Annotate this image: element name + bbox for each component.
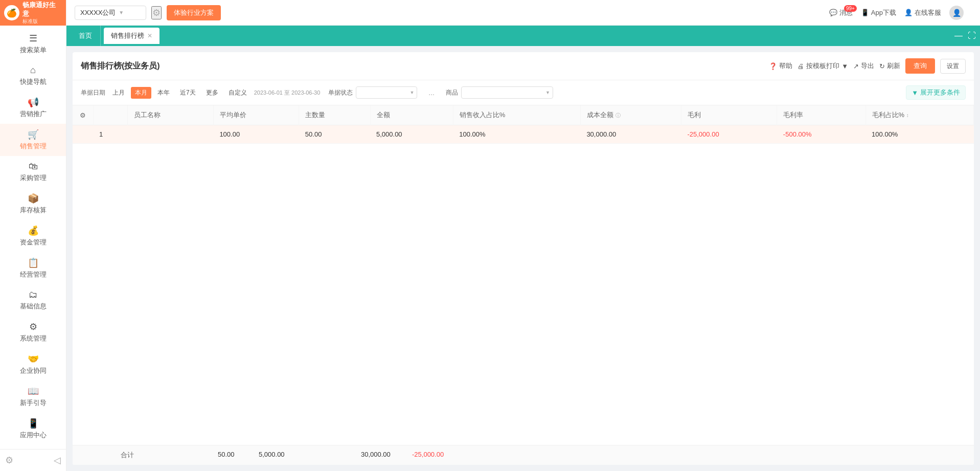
tab-minimize-icon[interactable]: — (954, 31, 963, 40)
cell-amount: 5,000.00 (370, 125, 453, 144)
header-right: 💬 消息 99+ 📱 App下载 👤 在线客服 👤 (829, 6, 972, 20)
sidebar-item-basic-info[interactable]: 🗂 基础信息 (0, 284, 66, 316)
tab-maximize-icon[interactable]: ⛶ (968, 31, 976, 40)
sidebar-item-system-mgmt[interactable]: ⚙ 系统管理 (0, 316, 66, 348)
col-gross-rate: 毛利率 (777, 105, 865, 125)
tab-sales-rank[interactable]: 销售排行榜 ✕ (104, 28, 159, 44)
cell-gross-profit: -25,000.00 (681, 125, 777, 144)
status-select[interactable] (356, 86, 417, 99)
status-select-wrap (356, 86, 417, 99)
sidebar-logo: 🍊 畅康通好生意 标准版 (0, 0, 66, 26)
try-industry-button[interactable]: 体验行业方案 (167, 5, 221, 20)
newbie-guide-icon: 📖 (28, 386, 39, 397)
logo-line1: 畅康通好生意 (22, 1, 62, 18)
export-button[interactable]: ↗ 导出 (853, 61, 874, 71)
col-rank (93, 105, 128, 125)
ellipsis-button[interactable]: ... (425, 87, 438, 98)
app-download-button[interactable]: 📱 App下载 (861, 8, 896, 17)
header-settings-button[interactable]: ⚙ (151, 6, 162, 19)
sidebar-item-enterprise-wechat[interactable]: 💬 企业微信 (0, 445, 66, 449)
more-conditions-label: 展开更多条件 (920, 88, 960, 97)
footer-cells: 合计 50.00 5,000.00 30,000.00 -25,000.00 (79, 451, 968, 460)
footer-avg-price-spacer (166, 451, 212, 460)
user-avatar[interactable]: 👤 (949, 6, 964, 20)
custom-date-btn[interactable]: 自定义 (224, 87, 251, 99)
cell-avg-price: 100.00 (213, 125, 299, 144)
sidebar-footer: ⚙ ◁ (0, 449, 66, 471)
col-gross-pct: 毛利占比% ↕ (865, 105, 973, 125)
cell-gross-rate: -500.00% (777, 125, 865, 144)
sidebar-item-finance[interactable]: 💰 资金管理 (0, 220, 66, 252)
goods-filter-item: 商品 (446, 86, 553, 99)
sidebar-item-label: 资金管理 (20, 238, 47, 247)
sidebar-item-label: 应用中心 (20, 431, 47, 440)
purchase-mgmt-icon: 🛍 (29, 161, 38, 172)
sidebar-item-label: 企业协同 (20, 366, 47, 375)
status-filter-item: 单据状态 (328, 86, 417, 99)
sidebar-item-enterprise-collab[interactable]: 🤝 企业协同 (0, 348, 66, 380)
more-conditions-button[interactable]: ▼ 展开更多条件 (906, 85, 966, 100)
sidebar-settings-icon[interactable]: ⚙ (5, 455, 13, 466)
footer-cost: 30,000.00 (355, 451, 406, 460)
table-row: 1 100.00 50.00 5,000.00 100.00% 30,000.0… (73, 125, 974, 144)
logo-icon: 🍊 (4, 5, 19, 20)
message-badge: 99+ (844, 5, 857, 12)
footer-sales-pct-spacer (299, 451, 355, 460)
sidebar-item-app-center[interactable]: 📱 应用中心 (0, 413, 66, 445)
online-support-button[interactable]: 👤 在线客服 (904, 8, 941, 17)
message-button[interactable]: 💬 消息 99+ (829, 8, 853, 17)
logo-line2: 标准版 (22, 18, 62, 25)
col-amount: 全额 (370, 105, 453, 125)
sidebar-item-label: 快捷导航 (20, 77, 47, 86)
quick-nav-icon: ⌂ (30, 65, 36, 76)
sidebar-item-quick-nav[interactable]: ⌂ 快捷导航 (0, 60, 66, 92)
cell-rank: 1 (93, 125, 128, 144)
page-title: 销售排行榜(按业务员) (81, 61, 160, 78)
system-mgmt-icon: ⚙ (29, 321, 37, 332)
company-selector[interactable]: XXXXX公司 ▼ (75, 6, 146, 20)
sidebar-item-search-order[interactable]: ☰ 搜索菜单 (0, 28, 66, 60)
expand-icon: ▼ (911, 89, 918, 97)
operation-icon: 📋 (28, 257, 39, 268)
last-month-btn[interactable]: 上月 (108, 87, 129, 99)
help-button[interactable]: ❓ 帮助 (769, 61, 792, 71)
online-support-icon: 👤 (904, 9, 913, 16)
col-main-qty: 主数量 (299, 105, 370, 125)
sidebar-item-label: 营销推广 (20, 109, 47, 119)
content-area: 销售排行榜(按业务员) ❓ 帮助 🖨 按模板打印 ▼ ↗ 导出 (66, 46, 980, 471)
sidebar-item-label: 搜索菜单 (20, 46, 47, 55)
sidebar-item-sales-mgmt[interactable]: 🛒 销售管理 (0, 124, 66, 156)
sidebar-item-purchase-mgmt[interactable]: 🛍 采购管理 (0, 156, 66, 188)
message-icon: 💬 (829, 9, 837, 16)
this-year-btn[interactable]: 本年 (153, 87, 174, 99)
query-button[interactable]: 查询 (905, 58, 935, 74)
basic-info-icon: 🗂 (29, 289, 38, 300)
print-button[interactable]: 🖨 按模板打印 ▼ (797, 61, 848, 71)
sidebar-item-label: 经营管理 (20, 270, 47, 279)
export-label: 导出 (861, 61, 874, 71)
sidebar-item-marketing[interactable]: 📢 营销推广 (0, 92, 66, 124)
logo-text: 畅康通好生意 标准版 (22, 1, 62, 25)
more-date-btn[interactable]: 更多 (202, 87, 222, 99)
tab-bar: 首页 销售排行榜 ✕ — ⛶ (66, 26, 980, 46)
sidebar-item-newbie-guide[interactable]: 📖 新手引导 (0, 380, 66, 413)
tab-close-icon[interactable]: ✕ (147, 32, 152, 39)
help-icon: ❓ (769, 62, 777, 70)
col-settings[interactable]: ⚙ (73, 105, 93, 125)
settings-button[interactable]: 设置 (940, 59, 966, 74)
main-area: XXXXX公司 ▼ ⚙ 体验行业方案 💬 消息 99+ 📱 App下载 👤 在线… (66, 0, 980, 471)
sidebar-item-label: 新手引导 (20, 398, 47, 408)
goods-select[interactable] (461, 86, 553, 99)
print-dropdown-icon: ▼ (841, 62, 848, 70)
tab-home[interactable]: 首页 (71, 26, 101, 46)
page-header: 销售排行榜(按业务员) ❓ 帮助 🖨 按模板打印 ▼ ↗ 导出 (73, 52, 974, 80)
sidebar-item-inventory[interactable]: 📦 库存核算 (0, 188, 66, 220)
app-download-label: App下载 (871, 8, 896, 17)
refresh-button[interactable]: ↻ 刷新 (879, 61, 900, 71)
sidebar-collapse-icon[interactable]: ◁ (54, 455, 61, 466)
this-month-btn[interactable]: 本月 (131, 87, 151, 99)
refresh-icon: ↻ (879, 62, 885, 70)
sidebar-item-operation[interactable]: 📋 经营管理 (0, 252, 66, 284)
last-7-days-btn[interactable]: 近7天 (176, 87, 200, 99)
status-label: 单据状态 (328, 88, 353, 97)
